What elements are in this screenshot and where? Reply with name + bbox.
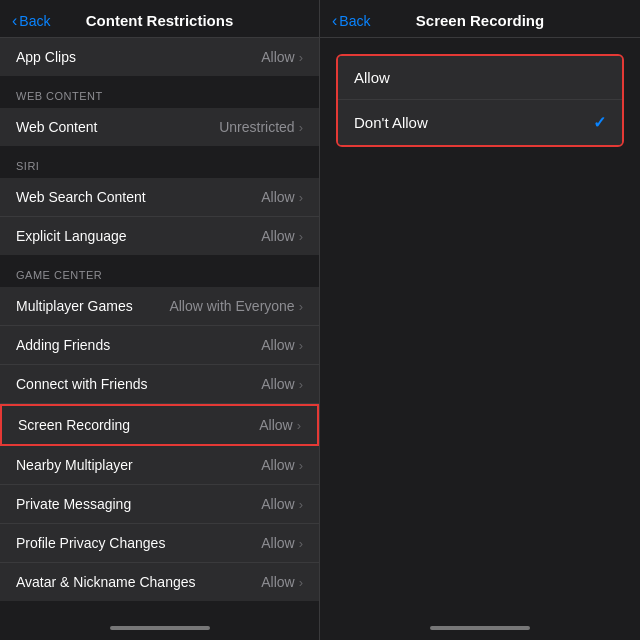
right-home-indicator xyxy=(320,616,640,640)
private-messaging-chevron-icon: › xyxy=(299,497,303,512)
adding-friends-chevron-icon: › xyxy=(299,338,303,353)
multiplayer-games-item[interactable]: Multiplayer Games Allow with Everyone › xyxy=(0,287,319,326)
avatar-nickname-value: Allow xyxy=(261,574,294,590)
screen-recording-option-group: Allow Don't Allow ✓ xyxy=(336,54,624,147)
right-panel: ‹ Back Screen Recording Allow Don't Allo… xyxy=(320,0,640,640)
profile-privacy-right: Allow › xyxy=(261,535,303,551)
nearby-multiplayer-label: Nearby Multiplayer xyxy=(16,457,133,473)
web-content-group: Web Content Unrestricted › xyxy=(0,108,319,146)
explicit-language-item[interactable]: Explicit Language Allow › xyxy=(0,217,319,255)
profile-privacy-item[interactable]: Profile Privacy Changes Allow › xyxy=(0,524,319,563)
explicit-language-chevron-icon: › xyxy=(299,229,303,244)
avatar-nickname-label: Avatar & Nickname Changes xyxy=(16,574,196,590)
private-messaging-item[interactable]: Private Messaging Allow › xyxy=(0,485,319,524)
allow-option-label: Allow xyxy=(354,69,390,86)
adding-friends-right: Allow › xyxy=(261,337,303,353)
siri-group: Web Search Content Allow › Explicit Lang… xyxy=(0,178,319,255)
app-clips-item[interactable]: App Clips Allow › xyxy=(0,38,319,76)
private-messaging-right: Allow › xyxy=(261,496,303,512)
left-nav-title: Content Restrictions xyxy=(86,12,234,29)
web-search-chevron-icon: › xyxy=(299,190,303,205)
web-content-label: Web Content xyxy=(16,119,97,135)
dont-allow-option-label: Don't Allow xyxy=(354,114,428,131)
right-back-label: Back xyxy=(339,13,370,29)
left-content-list: App Clips Allow › WEB CONTENT Web Conten… xyxy=(0,38,319,616)
connect-with-friends-value: Allow xyxy=(261,376,294,392)
app-clips-chevron-icon: › xyxy=(299,50,303,65)
web-search-content-item[interactable]: Web Search Content Allow › xyxy=(0,178,319,217)
adding-friends-item[interactable]: Adding Friends Allow › xyxy=(0,326,319,365)
right-nav-bar: ‹ Back Screen Recording xyxy=(320,0,640,38)
nearby-multiplayer-value: Allow xyxy=(261,457,294,473)
right-back-button[interactable]: ‹ Back xyxy=(332,12,370,30)
screen-recording-value: Allow xyxy=(259,417,292,433)
web-content-value: Unrestricted xyxy=(219,119,294,135)
web-search-content-label: Web Search Content xyxy=(16,189,146,205)
profile-privacy-chevron-icon: › xyxy=(299,536,303,551)
multiplayer-games-right: Allow with Everyone › xyxy=(169,298,303,314)
screen-recording-right: Allow › xyxy=(259,417,301,433)
screen-recording-item[interactable]: Screen Recording Allow › xyxy=(0,404,319,446)
connect-with-friends-item[interactable]: Connect with Friends Allow › xyxy=(0,365,319,404)
connect-with-friends-chevron-icon: › xyxy=(299,377,303,392)
explicit-language-value: Allow xyxy=(261,228,294,244)
app-clips-right: Allow › xyxy=(261,49,303,65)
multiplayer-games-chevron-icon: › xyxy=(299,299,303,314)
game-center-section-header: GAME CENTER xyxy=(0,255,319,287)
web-search-right: Allow › xyxy=(261,189,303,205)
nearby-multiplayer-chevron-icon: › xyxy=(299,458,303,473)
adding-friends-value: Allow xyxy=(261,337,294,353)
left-home-indicator xyxy=(0,616,319,640)
nearby-multiplayer-item[interactable]: Nearby Multiplayer Allow › xyxy=(0,446,319,485)
right-back-arrow-icon: ‹ xyxy=(332,12,337,30)
left-back-arrow-icon: ‹ xyxy=(12,12,17,30)
left-back-label: Back xyxy=(19,13,50,29)
game-center-group: Multiplayer Games Allow with Everyone › … xyxy=(0,287,319,601)
profile-privacy-label: Profile Privacy Changes xyxy=(16,535,165,551)
web-search-value: Allow xyxy=(261,189,294,205)
right-home-bar xyxy=(430,626,530,630)
nearby-multiplayer-right: Allow › xyxy=(261,457,303,473)
left-nav-bar: ‹ Back Content Restrictions xyxy=(0,0,319,38)
web-content-right: Unrestricted › xyxy=(219,119,303,135)
profile-privacy-value: Allow xyxy=(261,535,294,551)
dont-allow-checkmark-icon: ✓ xyxy=(593,113,606,132)
siri-section-header: SIRI xyxy=(0,146,319,178)
private-messaging-label: Private Messaging xyxy=(16,496,131,512)
explicit-language-right: Allow › xyxy=(261,228,303,244)
web-content-section-header: WEB CONTENT xyxy=(0,76,319,108)
screen-recording-label: Screen Recording xyxy=(18,417,130,433)
web-content-chevron-icon: › xyxy=(299,120,303,135)
allow-option[interactable]: Allow xyxy=(338,56,622,100)
app-clips-value: Allow xyxy=(261,49,294,65)
avatar-nickname-item[interactable]: Avatar & Nickname Changes Allow › xyxy=(0,563,319,601)
top-group: App Clips Allow › xyxy=(0,38,319,76)
dont-allow-option[interactable]: Don't Allow ✓ xyxy=(338,100,622,145)
left-back-button[interactable]: ‹ Back xyxy=(12,12,50,30)
connect-with-friends-right: Allow › xyxy=(261,376,303,392)
avatar-nickname-right: Allow › xyxy=(261,574,303,590)
private-messaging-value: Allow xyxy=(261,496,294,512)
multiplayer-games-value: Allow with Everyone xyxy=(169,298,294,314)
app-clips-label: App Clips xyxy=(16,49,76,65)
left-panel: ‹ Back Content Restrictions App Clips Al… xyxy=(0,0,320,640)
adding-friends-label: Adding Friends xyxy=(16,337,110,353)
multiplayer-games-label: Multiplayer Games xyxy=(16,298,133,314)
avatar-nickname-chevron-icon: › xyxy=(299,575,303,590)
left-home-bar xyxy=(110,626,210,630)
explicit-language-label: Explicit Language xyxy=(16,228,127,244)
screen-recording-chevron-icon: › xyxy=(297,418,301,433)
right-content: Allow Don't Allow ✓ xyxy=(320,38,640,616)
web-content-item[interactable]: Web Content Unrestricted › xyxy=(0,108,319,146)
right-nav-title: Screen Recording xyxy=(416,12,544,29)
connect-with-friends-label: Connect with Friends xyxy=(16,376,148,392)
